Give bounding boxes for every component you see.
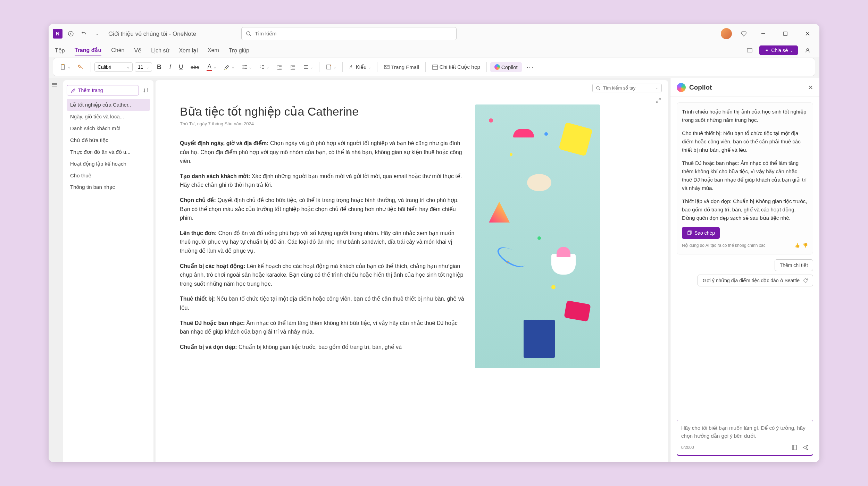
notebook-search-box[interactable]: Tìm kiếm sổ tay ⌄	[592, 84, 662, 92]
copy-button[interactable]: Sao chép	[682, 227, 720, 239]
copilot-close-button[interactable]: ✕	[808, 84, 813, 91]
paragraph[interactable]: Chuẩn bị và dọn dẹp: Chuẩn bị không gian…	[180, 343, 465, 352]
expand-button[interactable]	[656, 98, 661, 103]
diamond-icon[interactable]	[739, 29, 749, 39]
styles-button[interactable]: AKiểu⌄	[346, 62, 374, 72]
tab-draw[interactable]: Vẽ	[134, 45, 141, 56]
svg-rect-2	[784, 32, 787, 35]
tab-home[interactable]: Trang đầu	[75, 45, 102, 56]
copilot-logo-icon	[677, 83, 686, 92]
ribbon-mode-button[interactable]	[744, 45, 755, 56]
paragraph[interactable]: Thuê DJ hoặc ban nhạc: Âm nhạc có thể là…	[180, 319, 465, 336]
ribbon-right: Chia sẻ ⌄	[744, 45, 813, 56]
suggestion-chip[interactable]: Gợi ý những địa điểm tiệc độc đáo ở Seat…	[698, 275, 813, 286]
paragraph[interactable]: Tạo danh sách khách mời: Xác định những …	[180, 172, 465, 190]
underline-button[interactable]: U	[176, 61, 186, 73]
bold-button[interactable]: B	[154, 61, 164, 73]
thumbs-up-button[interactable]: 👍	[795, 242, 800, 249]
tab-history[interactable]: Lịch sử	[151, 45, 169, 56]
paragraph[interactable]: Lên thực đơn: Chọn đồ ăn và đồ uống phù …	[180, 229, 465, 255]
svg-rect-16	[433, 65, 437, 69]
page-title[interactable]: Bữa tiệc tốt nghiệp của Catherine	[180, 104, 465, 118]
page-list-panel: Thêm trang Lễ tốt nghiệp của Cather.. Ng…	[63, 80, 153, 462]
meeting-details-button[interactable]: Chi tiết Cuộc họp	[429, 62, 483, 72]
copilot-icon	[494, 64, 500, 70]
close-button[interactable]	[800, 28, 815, 39]
copilot-toolbar-button[interactable]: Copilot	[490, 62, 522, 72]
customize-qat-button[interactable]: ⌄	[92, 29, 102, 39]
page-item[interactable]: Cho thuê	[67, 170, 150, 181]
minimize-button[interactable]	[756, 28, 771, 39]
paste-button[interactable]: ⌄	[57, 61, 73, 73]
outdent-button[interactable]	[274, 62, 285, 72]
tag-button[interactable]: ⌄	[323, 62, 339, 72]
copilot-header: Copilot ✕	[670, 78, 819, 97]
format-painter-button[interactable]	[75, 62, 87, 72]
comments-button[interactable]	[802, 45, 813, 56]
share-button[interactable]: Chia sẻ ⌄	[759, 45, 798, 55]
svg-point-4	[807, 49, 809, 51]
page-item[interactable]: Thông tin ban nhạc	[67, 181, 150, 193]
italic-button[interactable]: I	[166, 61, 174, 73]
tab-help[interactable]: Trợ giúp	[229, 45, 249, 56]
page-content[interactable]: Bữa tiệc tốt nghiệp của Catherine Thứ Tư…	[156, 80, 668, 375]
page-item[interactable]: Chủ đề bữa tiệc	[67, 134, 150, 146]
page-item[interactable]: Hoạt động lập kế hoạch	[67, 158, 150, 170]
svg-rect-15	[384, 65, 389, 69]
bullets-button[interactable]: ⌄	[239, 62, 254, 72]
highlight-button[interactable]: ⌄	[221, 62, 237, 72]
numbering-button[interactable]: 12⌄	[257, 62, 272, 72]
tab-file[interactable]: Tệp	[55, 45, 65, 56]
add-page-button[interactable]: Thêm trang	[67, 85, 139, 95]
tab-review[interactable]: Xem lại	[179, 45, 198, 56]
send-button[interactable]	[802, 444, 809, 451]
svg-text:A: A	[349, 65, 352, 69]
back-button[interactable]	[66, 29, 76, 39]
onenote-app-icon: N	[53, 29, 62, 39]
copilot-input-placeholder: Hãy cho tôi biết bạn muốn làm gì. Để có …	[681, 424, 809, 442]
search-box[interactable]: Tìm kiếm	[241, 27, 457, 40]
font-family-select[interactable]: Calibri⌄	[94, 62, 133, 72]
share-icon	[764, 48, 769, 53]
font-color-button[interactable]: A⌄	[204, 61, 219, 73]
email-page-button[interactable]: Trang Email	[381, 62, 422, 72]
window-title: Giới thiệu về chúng tôi - OneNote	[108, 30, 196, 37]
page-item[interactable]: Ngày, giờ tiệc và loca...	[67, 111, 150, 123]
app-window: N ⌄ Giới thiệu về chúng tôi - OneNote Tì…	[49, 24, 819, 462]
notebook-ref-button[interactable]	[791, 444, 798, 451]
align-button[interactable]: ⌄	[300, 62, 316, 72]
svg-rect-5	[61, 65, 65, 69]
nav-toggle-button[interactable]	[49, 78, 61, 462]
svg-text:2: 2	[260, 66, 261, 68]
maximize-button[interactable]	[778, 28, 793, 39]
email-icon	[384, 64, 390, 70]
svg-point-1	[247, 32, 250, 35]
copy-icon	[687, 231, 692, 235]
paragraph[interactable]: Thuê thiết bị: Nếu bạn tổ chức tiệc tại …	[180, 294, 465, 312]
user-avatar[interactable]	[721, 28, 732, 39]
ai-disclaimer: Nội dung do AI tạo ra có thể không chính…	[682, 242, 808, 249]
font-size-select[interactable]: 11⌄	[135, 62, 152, 72]
indent-button[interactable]	[287, 62, 298, 72]
tab-view[interactable]: Xem	[208, 45, 219, 56]
tab-insert[interactable]: Chèn	[111, 45, 124, 56]
page-item[interactable]: Lễ tốt nghiệp của Cather..	[67, 99, 150, 111]
strikethrough-button[interactable]: abc	[188, 62, 202, 72]
paragraph[interactable]: Quyết định ngày, giờ và địa điểm: Chọn n…	[180, 139, 465, 166]
suggestion-chip[interactable]: Thêm chi tiết	[775, 259, 813, 271]
sort-button[interactable]	[142, 86, 150, 94]
page-item[interactable]: Danh sách khách mời	[67, 123, 150, 134]
paragraph[interactable]: Chuẩn bị các hoạt động: Lên kế hoạch cho…	[180, 262, 465, 288]
svg-rect-19	[792, 445, 796, 450]
copilot-input[interactable]: Hãy cho tôi biết bạn muốn làm gì. Để có …	[677, 420, 813, 456]
search-icon	[246, 31, 251, 36]
undo-button[interactable]	[79, 29, 89, 39]
svg-rect-3	[747, 49, 752, 52]
svg-point-8	[242, 65, 243, 66]
suggestion-chips: Thêm chi tiết Gợi ý những địa điểm tiệc …	[677, 259, 813, 286]
paragraph[interactable]: Chọn chủ đề: Quyết định chủ đề cho bữa t…	[180, 196, 465, 223]
party-image[interactable]	[475, 104, 600, 368]
thumbs-down-button[interactable]: 👎	[803, 242, 808, 249]
page-item[interactable]: Thực đơn đồ ăn và đồ u...	[67, 146, 150, 158]
more-button[interactable]: ···	[524, 61, 537, 73]
